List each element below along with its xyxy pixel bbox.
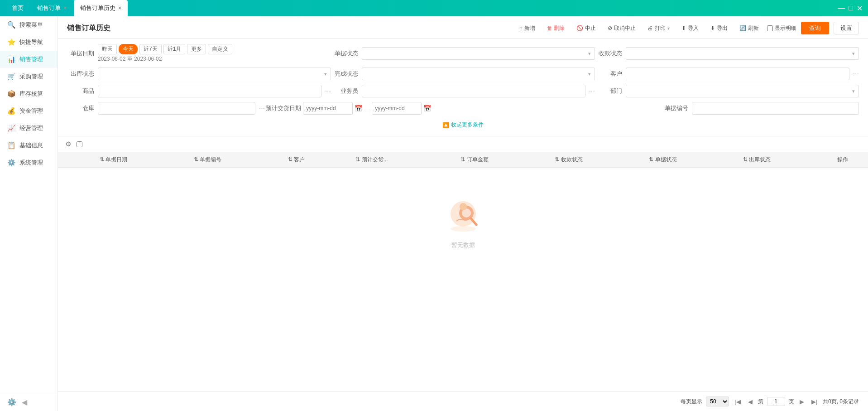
col-no[interactable]: ⇅ 单据编号: [188, 152, 283, 168]
setting-button[interactable]: 设置: [834, 22, 859, 34]
product-input[interactable]: [98, 85, 321, 97]
department-label: 部门: [595, 87, 622, 95]
tab-close-sales-order-history[interactable]: ×: [118, 5, 121, 11]
sidebar-item-sales-mgmt[interactable]: 📊销售管理: [0, 51, 58, 68]
custom-btn[interactable]: 自定义: [208, 44, 232, 54]
col-amount[interactable]: ⇅ 订单金额: [455, 152, 549, 168]
sidebar-item-fund-mgmt[interactable]: 💰资金管理: [0, 102, 58, 120]
salesperson-input[interactable]: [362, 85, 585, 97]
warehouse-filter: 仓库 ···: [67, 102, 265, 115]
maximize-button[interactable]: □: [849, 4, 853, 12]
calendar-to-icon[interactable]: 📅: [423, 105, 431, 112]
table-settings-icon[interactable]: ⚙: [65, 140, 71, 148]
sidebar-label-basic-info: 基础信息: [19, 141, 43, 150]
sidebar-label-quick-nav: 快捷导航: [19, 38, 43, 46]
complete-select[interactable]: ▾: [362, 68, 595, 80]
prev-page-button[interactable]: ◀: [746, 397, 754, 406]
query-button[interactable]: 查询: [801, 22, 829, 34]
col-date[interactable]: ⇅ 单据日期: [94, 152, 188, 168]
delete-button[interactable]: 🗑 删除: [543, 23, 568, 34]
next-page-button[interactable]: ▶: [798, 397, 806, 406]
collapse-sidebar-icon[interactable]: ◀: [22, 398, 27, 406]
sidebar-label-fund-mgmt: 资金管理: [19, 107, 43, 115]
icon-search-menu: 🔍: [7, 21, 16, 29]
export-button[interactable]: ⬇ 导出: [707, 23, 731, 34]
display-details-checkbox[interactable]: 显示明细: [767, 24, 796, 32]
sidebar-label-search-menu: 搜索菜单: [19, 21, 43, 29]
delivery-from-input[interactable]: [303, 102, 353, 115]
customer-filter: 客户 ···: [595, 68, 859, 80]
payment-select[interactable]: ▾: [626, 47, 859, 60]
svg-point-0: [451, 226, 476, 232]
salesperson-dots-btn[interactable]: ···: [589, 87, 595, 95]
col-customer[interactable]: ⇅ 客户: [283, 152, 350, 168]
col-payment[interactable]: ⇅ 收款状态: [549, 152, 643, 168]
close-window-button[interactable]: ✕: [857, 4, 863, 13]
first-page-button[interactable]: |◀: [733, 397, 742, 406]
col-payment-label: 收款状态: [561, 156, 583, 163]
icon-sales-mgmt: 📊: [7, 55, 16, 63]
import-button[interactable]: ⬆ 导入: [678, 23, 702, 34]
filter-area: 单据日期 昨天 今天 近7天 近1月 更多 自定义 2023-06-02 至 2…: [58, 39, 868, 136]
status-label: 单据状态: [331, 49, 358, 58]
print-button[interactable]: 🖨 打印 ▾: [644, 23, 673, 34]
sidebar-item-purchase-mgmt[interactable]: 🛒采购管理: [0, 68, 58, 85]
select-all-checkbox[interactable]: [77, 141, 82, 147]
table-header-row: ⇅ 单据日期 ⇅ 单据编号 ⇅ 客户 ⇅ 预计交: [58, 152, 868, 168]
col-outbound[interactable]: ⇅ 出库状态: [738, 152, 832, 168]
collapse-button[interactable]: 🔼 收起更多条件: [442, 121, 484, 129]
page-text: 第: [758, 398, 763, 406]
yesterday-btn[interactable]: 昨天: [98, 44, 117, 54]
customer-input[interactable]: [626, 68, 849, 80]
department-select[interactable]: ▾: [626, 85, 859, 97]
col-doc-status[interactable]: ⇅ 单据状态: [643, 152, 738, 168]
col-customer-label: 客户: [294, 156, 305, 163]
cancel-stop-button[interactable]: ⊘ 取消中止: [604, 23, 639, 34]
display-details-input[interactable]: [767, 25, 773, 31]
stop-button[interactable]: 🚫 中止: [573, 23, 599, 34]
calendar-from-icon[interactable]: 📅: [355, 105, 362, 112]
tab-list: 首页销售订单 ×销售订单历史 ×: [5, 0, 838, 16]
sidebar-item-system-mgmt[interactable]: ⚙️系统管理: [0, 154, 58, 171]
page-size-select[interactable]: 50 10 20 100: [706, 396, 729, 406]
outbound-select[interactable]: ▾: [98, 68, 331, 80]
tab-close-sales-order[interactable]: ×: [63, 5, 67, 11]
table-toolbar: ⚙: [58, 136, 868, 152]
col-no-label: 单据编号: [200, 156, 221, 163]
last-page-button[interactable]: ▶|: [810, 397, 819, 406]
new-button[interactable]: + 新增: [516, 23, 538, 34]
warehouse-dots-btn[interactable]: ···: [259, 104, 265, 112]
customer-dots-btn[interactable]: ···: [853, 70, 859, 78]
col-amount-label: 订单金额: [467, 156, 489, 163]
last7-btn[interactable]: 近7天: [139, 44, 162, 54]
warehouse-input[interactable]: [98, 102, 255, 115]
tab-home[interactable]: 首页: [5, 0, 30, 16]
sidebar-item-quick-nav[interactable]: ⭐快捷导航: [0, 34, 58, 51]
sidebar-label-sales-mgmt: 销售管理: [19, 55, 43, 63]
status-select[interactable]: ▾: [362, 47, 595, 60]
sidebar-item-operations-mgmt[interactable]: 📈经营管理: [0, 120, 58, 137]
page-number-input[interactable]: 1: [767, 397, 785, 406]
svg-point-5: [460, 203, 467, 210]
col-checkbox: [76, 152, 94, 168]
refresh-button[interactable]: 🔄 刷新: [736, 23, 762, 34]
more-btn[interactable]: 更多: [187, 44, 206, 54]
tab-sales-order[interactable]: 销售订单 ×: [31, 0, 73, 16]
product-dots-btn[interactable]: ···: [325, 87, 331, 95]
filter-row-1: 单据日期 昨天 今天 近7天 近1月 更多 自定义 2023-06-02 至 2…: [67, 44, 859, 63]
sidebar-item-basic-info[interactable]: 📋基础信息: [0, 137, 58, 154]
settings-icon[interactable]: ⚙️: [7, 398, 16, 406]
delivery-to-input[interactable]: [372, 102, 422, 115]
warehouse-label: 仓库: [67, 104, 94, 112]
sidebar-item-inventory-check[interactable]: 📦库存核算: [0, 85, 58, 102]
last1month-btn[interactable]: 近1月: [163, 44, 186, 54]
today-btn[interactable]: 今天: [119, 44, 138, 54]
sidebar-item-search-menu[interactable]: 🔍搜索菜单: [0, 16, 58, 34]
col-op-label: 操作: [837, 156, 848, 163]
order-no-input[interactable]: [692, 102, 859, 115]
col-delivery[interactable]: ⇅ 预计交货...: [350, 152, 455, 168]
status-filter: 单据状态 ▾: [331, 47, 595, 60]
table-area: ⚙ ⇅ 单据日期 ⇅ 单据编号: [58, 136, 868, 392]
tab-sales-order-history[interactable]: 销售订单历史 ×: [74, 0, 128, 16]
minimize-button[interactable]: —: [838, 4, 845, 12]
